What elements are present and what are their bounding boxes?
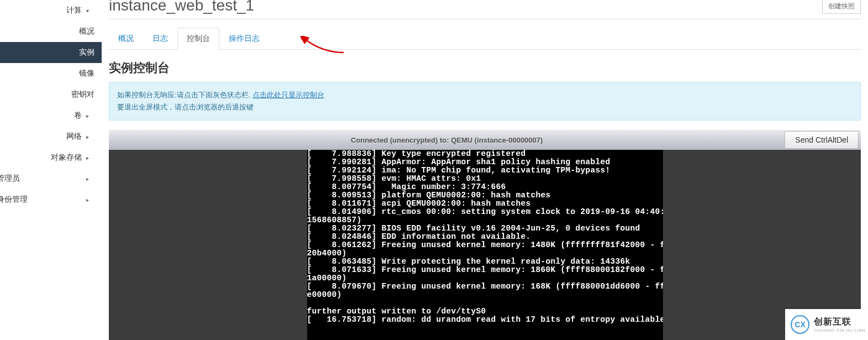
sidebar-label: 计算	[4, 6, 82, 15]
console-heading: 实例控制台	[109, 60, 861, 76]
vnc-status-bar[interactable]: Connected (unencrypted) to: QEMU (instan…	[109, 130, 861, 150]
create-snapshot-button[interactable]: 创建快照	[822, 0, 861, 14]
page-title: instance_web_test_1	[109, 0, 254, 14]
chevron-right-icon: ▸	[86, 155, 92, 161]
watermark-en: CHUANG XIN HU LIAN	[814, 328, 865, 333]
sidebar-item-overview[interactable]: 概况	[0, 21, 102, 42]
sidebar-item-admin[interactable]: 管理员 ▸	[0, 168, 102, 189]
sidebar-item-identity[interactable]: 身份管理 ▸	[0, 189, 102, 210]
tab-bar: 概况 日志 控制台 操作日志	[109, 27, 861, 50]
sidebar-item-keypairs[interactable]: 密钥对	[0, 84, 102, 105]
chevron-right-icon: ▸	[86, 134, 92, 140]
sidebar-item-object-storage[interactable]: 对象存储 ▸	[0, 147, 102, 168]
info-text: 如果控制台无响应:请点击下面灰色状态栏.	[117, 91, 252, 99]
show-only-console-link[interactable]: 点击此处只显示控制台	[252, 91, 324, 99]
console-info-box: 如果控制台无响应:请点击下面灰色状态栏. 点击此处只显示控制台 要退出全屏模式，…	[109, 82, 861, 121]
page-header: instance_web_test_1 创建快照	[109, 0, 861, 19]
sidebar-item-instances[interactable]: 实例	[0, 42, 102, 63]
send-ctrlaltdel-button[interactable]: Send CtrlAltDel	[785, 131, 859, 149]
sidebar-item-volumes[interactable]: 卷 ▸	[0, 105, 102, 126]
vnc-panel: Connected (unencrypted) to: QEMU (instan…	[109, 130, 861, 340]
info-text-2: 要退出全屏模式，请点击浏览器的后退按键	[117, 101, 853, 113]
sidebar-item-images[interactable]: 镜像	[0, 63, 102, 84]
watermark-logo: CX 创新互联 CHUANG XIN HU LIAN	[785, 309, 868, 340]
tab-log[interactable]: 日志	[143, 28, 177, 50]
watermark-badge-icon: CX	[791, 315, 809, 334]
sidebar: 计算 ▾ 概况 实例 镜像 密钥对 卷 ▸ 网络 ▸ 对象存储 ▸ 管理员 ▸ …	[0, 0, 102, 340]
watermark-cn: 创新互联	[814, 316, 865, 328]
tab-actions[interactable]: 操作日志	[219, 28, 269, 50]
tab-console[interactable]: 控制台	[177, 28, 219, 50]
main-content: instance_web_test_1 创建快照 概况 日志 控制台 操作日志 …	[102, 0, 868, 340]
chevron-right-icon: ▸	[86, 197, 92, 203]
sidebar-item-compute[interactable]: 计算 ▾	[0, 0, 102, 21]
chevron-right-icon: ▸	[86, 113, 92, 119]
terminal-frame: [ 7.988836] Key type encrypted registere…	[109, 150, 861, 340]
terminal-output[interactable]: [ 7.988836] Key type encrypted registere…	[307, 150, 663, 340]
chevron-down-icon: ▾	[86, 8, 92, 14]
chevron-right-icon: ▸	[86, 176, 92, 182]
sidebar-item-network[interactable]: 网络 ▸	[0, 126, 102, 147]
vnc-status-text: Connected (unencrypted) to: QEMU (instan…	[109, 136, 785, 144]
tab-overview[interactable]: 概况	[109, 28, 143, 50]
